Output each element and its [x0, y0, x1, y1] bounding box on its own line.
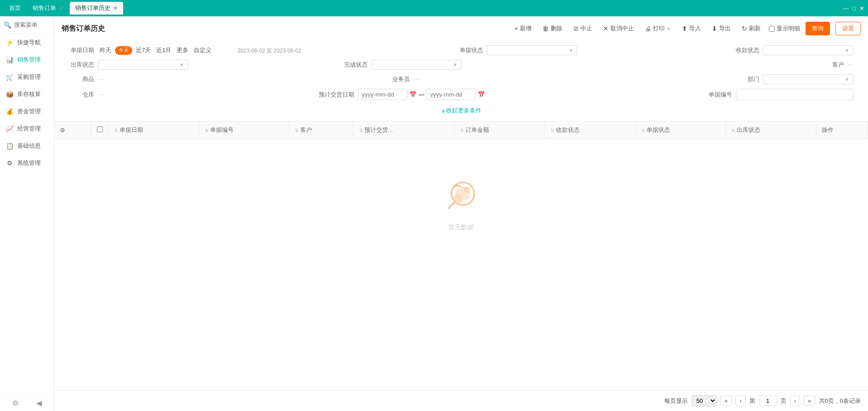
- cancel-stop-button[interactable]: ✕ 取消中止: [600, 23, 637, 34]
- warehouse-dots[interactable]: ···: [98, 91, 104, 99]
- search-icon: 🔍: [4, 21, 11, 29]
- sidebar-collapse-icon[interactable]: ◀: [36, 399, 42, 407]
- sidebar-item-purchase-mgmt[interactable]: 🛒 采购管理: [0, 68, 54, 86]
- prev-page-btn[interactable]: ‹: [735, 396, 745, 406]
- date-quick-custom[interactable]: 自定义: [192, 45, 213, 55]
- import-label: 导入: [689, 24, 701, 33]
- table-header-gear[interactable]: ⚙: [54, 121, 91, 139]
- data-table: ⚙ ⇅单据日期 ⇅单据编号 ⇅客户: [54, 121, 868, 268]
- sidebar-bottom: ⚙ ◀: [0, 395, 54, 411]
- next-page-btn[interactable]: ›: [790, 396, 800, 406]
- window-max-btn[interactable]: □: [852, 5, 856, 12]
- table-header-amount[interactable]: ⇅订单金额: [455, 121, 545, 139]
- sidebar-item-finance[interactable]: 💰 资金管理: [0, 103, 54, 120]
- sidebar-item-sales-mgmt[interactable]: 📊 销售管理: [0, 51, 54, 68]
- order-no-input[interactable]: [736, 89, 854, 100]
- date-quick-today[interactable]: 今天: [115, 46, 132, 55]
- filter-group-outbound: 出库状态 ▼: [69, 60, 247, 70]
- product-dots[interactable]: ···: [98, 75, 104, 83]
- completion-status-arrow-icon: ▼: [453, 62, 458, 68]
- filter-area: 单据日期 昨天 今天 近7天 近1月 更多 自定义 2023-06-02 至 2…: [62, 41, 861, 121]
- date-range-display: 2023-06-02 至 2023-06-02: [237, 47, 301, 55]
- page-title: 销售订单历史: [62, 24, 105, 34]
- delivery-date-end[interactable]: [426, 89, 476, 100]
- svg-line-2: [449, 202, 455, 208]
- tab-sales-order-label: 销售订单: [33, 4, 56, 12]
- delivery-date-label: 预计交货日期: [319, 91, 354, 99]
- main-layout: 🔍 搜索菜单 ⚡ 快捷导航 📊 销售管理 🛒 采购管理 📦 库存核算 💰 资金管…: [0, 16, 868, 411]
- empty-text: 暂无数据: [448, 223, 474, 232]
- total-text: 共0页，0条记录: [819, 397, 861, 405]
- amount-col-sort-icon: ⇅: [460, 128, 464, 133]
- sidebar-search[interactable]: 🔍 搜索菜单: [0, 16, 54, 34]
- tab-sales-order-close[interactable]: ✕: [59, 5, 63, 11]
- page-number-input[interactable]: [759, 396, 777, 406]
- sidebar-item-sys-mgmt[interactable]: ⚙ 系统管理: [0, 155, 54, 172]
- tab-sales-order-history[interactable]: 销售订单历史 ✕: [70, 2, 123, 15]
- sidebar-item-inventory[interactable]: 📦 库存核算: [0, 86, 54, 103]
- table-header-order-date[interactable]: ⇅单据日期: [109, 121, 199, 139]
- export-button[interactable]: ⬇ 导出: [709, 23, 734, 34]
- last-page-btn[interactable]: »: [804, 396, 815, 406]
- content-area: 销售订单历史 + 新增 🗑 删除 ⊘ 中止 ✕: [54, 16, 868, 411]
- completion-status-select[interactable]: ▼: [371, 60, 462, 70]
- refresh-button[interactable]: ↻ 刷新: [739, 23, 763, 34]
- table-header-checkbox[interactable]: [91, 121, 109, 139]
- sidebar-item-basic-info[interactable]: 📋 基础信息: [0, 137, 54, 155]
- date-quick-options: 昨天 今天 近7天 近1月 更多 自定义: [98, 45, 213, 55]
- table-header-delivery-date[interactable]: ⇅预计交货...: [353, 121, 455, 139]
- table-header-order-no[interactable]: ⇅单据编号: [199, 121, 289, 139]
- table-header-pay-status[interactable]: ⇅收款状态: [545, 121, 636, 139]
- pay-status-select[interactable]: ▼: [763, 45, 854, 55]
- date-quick-1month[interactable]: 近1月: [154, 45, 173, 55]
- stop-button[interactable]: ⊘ 中止: [571, 23, 595, 34]
- window-min-btn[interactable]: —: [843, 5, 849, 12]
- salesperson-dots[interactable]: ···: [413, 75, 419, 83]
- table-header-customer[interactable]: ⇅客户: [289, 121, 353, 139]
- window-close-btn[interactable]: ✕: [859, 5, 864, 12]
- outbound-status-select[interactable]: ▼: [98, 60, 188, 70]
- delivery-date-start-cal-icon[interactable]: 📅: [409, 91, 417, 98]
- sales-mgmt-icon: 📊: [5, 56, 14, 63]
- delivery-date-start[interactable]: [358, 89, 408, 100]
- print-button[interactable]: 🖨 打印 ▼: [642, 23, 674, 34]
- sidebar-settings-icon[interactable]: ⚙: [12, 399, 19, 407]
- refresh-icon: ↻: [742, 25, 747, 32]
- warehouse-label: 仓库: [69, 91, 94, 99]
- query-button[interactable]: 查询: [806, 22, 830, 35]
- empty-state: 暂无数据: [54, 139, 868, 268]
- add-button[interactable]: + 新增: [512, 23, 534, 34]
- sidebar-item-label: 资金管理: [17, 107, 41, 116]
- page-title-row: 销售订单历史 + 新增 🗑 删除 ⊘ 中止 ✕: [62, 22, 861, 35]
- first-page-btn[interactable]: «: [720, 396, 732, 406]
- tab-home[interactable]: 首页: [4, 2, 26, 15]
- sidebar-item-operations[interactable]: 📈 经营管理: [0, 120, 54, 137]
- sidebar-item-quick-nav[interactable]: ⚡ 快捷导航: [0, 34, 54, 51]
- delete-button[interactable]: 🗑 删除: [540, 23, 565, 34]
- settings-button[interactable]: 设置: [835, 22, 861, 35]
- page-header: 销售订单历史 + 新增 🗑 删除 ⊘ 中止 ✕: [54, 16, 868, 121]
- footer-pagination: 每页显示 50 10 20 100 « ‹ 第 页 › » 共0页，0条记录: [54, 390, 868, 411]
- select-all-checkbox[interactable]: [97, 126, 103, 132]
- filter-row-3: 商品 ··· 业务员 ··· 部门 ▼: [69, 74, 854, 84]
- date-quick-yesterday[interactable]: 昨天: [98, 45, 113, 55]
- customer-dots[interactable]: ···: [848, 61, 854, 69]
- filter-group-completion: 完成状态 ▼: [254, 60, 550, 70]
- table-header-out-status[interactable]: ⇅出库状态: [726, 121, 816, 139]
- print-icon: 🖨: [645, 25, 651, 32]
- sidebar-item-label: 基础信息: [17, 142, 41, 150]
- show-detail-check[interactable]: 显示明细: [769, 24, 800, 33]
- department-select[interactable]: ▼: [763, 74, 854, 84]
- filter-group-pay-status: 收款状态 ▼: [585, 45, 854, 55]
- order-status-select[interactable]: ▼: [487, 45, 577, 55]
- date-quick-7days[interactable]: 近7天: [134, 45, 153, 55]
- tab-sales-order[interactable]: 销售订单 ✕: [27, 2, 69, 15]
- tab-sales-order-history-close[interactable]: ✕: [113, 5, 118, 11]
- show-detail-checkbox[interactable]: [769, 26, 775, 32]
- collapse-btn[interactable]: ∧ 收起更多条件: [69, 105, 854, 116]
- import-button[interactable]: ⬆ 导入: [679, 23, 704, 34]
- table-header-order-status[interactable]: ⇅单据状态: [635, 121, 726, 139]
- page-size-select[interactable]: 50 10 20 100: [691, 395, 717, 406]
- delivery-date-end-cal-icon[interactable]: 📅: [478, 91, 485, 98]
- date-quick-more[interactable]: 更多: [175, 45, 190, 55]
